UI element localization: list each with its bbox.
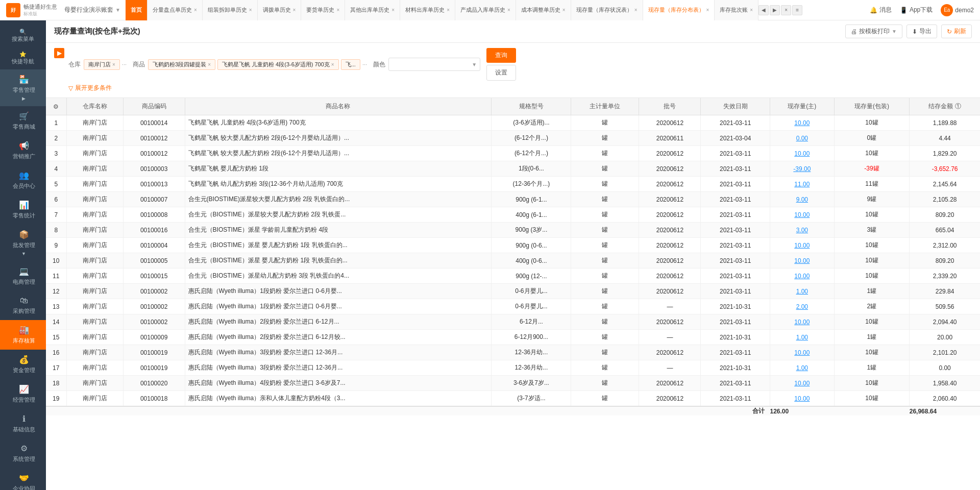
workspace-selector[interactable]: 母婴行业演示账套 ▼ (64, 6, 120, 14)
product-more[interactable]: ··· (362, 61, 367, 67)
remove-product-tag-0-btn[interactable]: × (208, 62, 211, 67)
remove-warehouse-tag-btn[interactable]: × (112, 62, 115, 67)
cell-idx: 19 (46, 391, 66, 407)
export-icon: ⬇ (912, 28, 917, 35)
warehouse-filter: 仓库 南岸门店 × ··· (68, 59, 127, 70)
warehouse-more[interactable]: ··· (122, 61, 127, 67)
sidebar-item-wholesale[interactable]: 📦 批发管理 ▼ (0, 225, 46, 261)
tab-prev-btn[interactable]: ◀ (758, 5, 769, 15)
export-button[interactable]: ⬇ 导出 (906, 24, 937, 38)
sidebar-item-basic-info[interactable]: ℹ 基础信息 (0, 409, 46, 438)
data-table: ⚙ 仓库名称 商品编码 商品名称 规格型号 主计量单位 批号 失效日期 现存量(… (46, 98, 980, 415)
cell-qty-pkg: 1罐 (834, 284, 910, 299)
tab-close-btn[interactable]: × (781, 5, 791, 15)
remove-product-tag-1-btn[interactable]: × (331, 62, 334, 67)
close-icon[interactable]: × (249, 7, 252, 13)
app-download-btn[interactable]: 📱 App下载 (900, 6, 933, 14)
user-avatar-btn[interactable]: Ea demo2 (941, 4, 974, 16)
table-row: 2南岸门店00100012飞鹤星飞帆 较大婴儿配方奶粉 2段(6-12个月婴幼儿… (46, 131, 980, 146)
expand-conditions-btn[interactable]: ▽ 展开更多条件 (68, 84, 972, 92)
sidebar-item-ecommerce[interactable]: 💻 电商管理 (0, 261, 46, 291)
close-icon[interactable]: × (447, 7, 450, 13)
cell-warehouse: 南岸门店 (66, 131, 123, 146)
close-icon[interactable]: × (634, 7, 638, 13)
cell-expire: 2021-03-11 (701, 268, 770, 284)
cell-qty-main[interactable]: 10.00 (770, 268, 834, 284)
sidebar-item-shortcut[interactable]: ⭐ 快捷导航 (0, 47, 46, 69)
cell-expire: 2021-10-31 (701, 299, 770, 314)
cell-qty-main[interactable]: 1.00 (770, 284, 834, 299)
cell-qty-main[interactable]: 10.00 (770, 391, 834, 407)
tab-next-btn[interactable]: ▶ (770, 5, 780, 15)
tab-4[interactable]: 要货单历史 × (301, 0, 345, 20)
sidebar-item-search[interactable]: 🔍 搜索菜单 (0, 24, 46, 47)
sidebar-item-business[interactable]: 📈 经营管理 (0, 379, 46, 409)
cell-qty-main[interactable]: 2.00 (770, 299, 834, 314)
cell-qty-main[interactable]: 11.00 (770, 177, 834, 192)
sidebar-item-marketing[interactable]: 📢 营销推广 (0, 136, 46, 165)
cell-qty-main[interactable]: 10.00 (770, 238, 834, 253)
sidebar-item-cooperation[interactable]: 🤝 企业协同 (0, 468, 46, 490)
cell-qty-main[interactable]: 1.00 (770, 330, 834, 345)
close-icon[interactable]: × (391, 7, 395, 13)
cell-qty-main[interactable]: 0.00 (770, 131, 834, 146)
sidebar-item-retail-mall[interactable]: 🛒 零售商城 (0, 106, 46, 136)
tab-3[interactable]: 调拨单历史 × (258, 0, 302, 20)
tab-2[interactable]: 组装拆卸单历史 × (203, 0, 258, 20)
cell-qty-main[interactable]: 10.00 (770, 115, 834, 131)
tab-9[interactable]: 现存量（库存状况表） × (571, 0, 643, 20)
cell-qty-main[interactable]: 10.00 (770, 345, 834, 360)
tab-6[interactable]: 材料出库单历史 × (400, 0, 455, 20)
content-area: 现存量查询(按仓库+批次) 🖨 按模板打印 ▼ ⬇ 导出 ↻ 刷新 (46, 20, 980, 490)
close-icon[interactable]: × (507, 7, 510, 13)
cell-qty-main[interactable]: 10.00 (770, 314, 834, 330)
tab-home[interactable]: 首页 (126, 0, 148, 20)
color-selector[interactable]: ▼ (388, 58, 480, 71)
cell-unit: 罐 (571, 284, 639, 299)
sidebar-item-procurement[interactable]: 🛍 采购管理 (0, 291, 46, 320)
sidebar-item-retail-stats[interactable]: 📊 零售统计 (0, 195, 46, 225)
cell-qty-main[interactable]: 10.00 (770, 207, 834, 223)
cell-qty-pkg: 0罐 (834, 131, 910, 146)
sidebar-item-finance[interactable]: 💰 资金管理 (0, 350, 46, 379)
cell-spec: (6-12个月...) (492, 131, 571, 146)
sidebar-item-member-center[interactable]: 👥 会员中心 (0, 165, 46, 195)
cell-warehouse: 南岸门店 (66, 391, 123, 407)
sidebar: 🔍 搜索菜单 ⭐ 快捷导航 🏪 零售管理 ▶ 🛒 零售商城 📢 营销推广 👥 会… (0, 20, 46, 490)
query-button[interactable]: 查询 (486, 48, 516, 63)
cell-warehouse: 南岸门店 (66, 161, 123, 177)
tab-5[interactable]: 其他出库单历史 × (345, 0, 400, 20)
cell-qty-main[interactable]: 3.00 (770, 223, 834, 238)
template-print-button[interactable]: 🖨 按模板打印 ▼ (845, 24, 902, 38)
tab-menu-btn[interactable]: ≡ (792, 5, 802, 15)
cell-qty-main[interactable]: -39.00 (770, 161, 834, 177)
cell-unit: 罐 (571, 314, 639, 330)
message-btn[interactable]: 🔔 消息 (870, 6, 892, 14)
cell-qty-main[interactable]: 10.00 (770, 376, 834, 391)
refresh-button[interactable]: ↻ 刷新 (941, 24, 972, 38)
tab-10[interactable]: 现存量（库存分布表） × (643, 0, 715, 20)
cell-qty-main[interactable]: 10.00 (770, 146, 834, 161)
tab-7[interactable]: 产成品入库单历史 × (455, 0, 516, 20)
cell-qty-main[interactable]: 10.00 (770, 253, 834, 268)
close-icon[interactable]: × (194, 7, 197, 13)
col-settings[interactable]: ⚙ (46, 98, 66, 115)
advance-toggle-btn[interactable]: ▶ (54, 48, 64, 58)
cell-qty-main[interactable]: 9.00 (770, 192, 834, 207)
tab-8[interactable]: 成本调整单历史 × (516, 0, 571, 20)
cell-batch: 20200612 (639, 391, 701, 407)
close-icon[interactable]: × (750, 7, 753, 13)
cell-qty-main[interactable]: 1.00 (770, 360, 834, 376)
close-icon[interactable]: × (706, 7, 709, 13)
close-icon[interactable]: × (293, 7, 296, 13)
close-icon[interactable]: × (562, 7, 566, 13)
setting-button[interactable]: 设置 (486, 65, 516, 81)
cell-expire: 2021-03-11 (701, 238, 770, 253)
close-icon[interactable]: × (336, 7, 339, 13)
sidebar-item-inventory[interactable]: 🏭 库存核算 (0, 320, 46, 350)
tab-1[interactable]: 分量盘点单历史 × (148, 0, 203, 20)
tab-11[interactable]: 库存批次账 × (715, 0, 758, 20)
sidebar-item-system[interactable]: ⚙ 系统管理 (0, 438, 46, 468)
cell-balance: 0.00 (910, 360, 980, 376)
sidebar-item-retail-management[interactable]: 🏪 零售管理 ▶ (0, 69, 46, 106)
